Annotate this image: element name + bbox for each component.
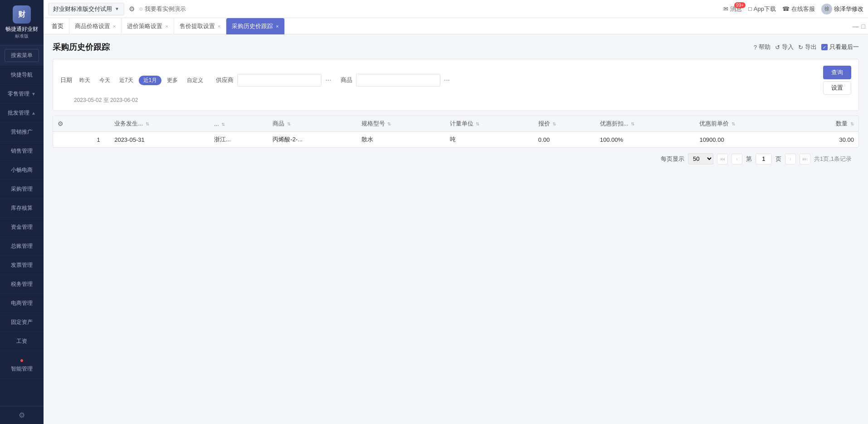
- tab-strategy[interactable]: 进价策略设置 ×: [122, 18, 174, 34]
- date-btn-more[interactable]: 更多: [163, 76, 181, 85]
- date-btn-1month[interactable]: 近1月: [139, 76, 162, 85]
- product-selector[interactable]: 好业财标准版交付试用 ▼: [48, 3, 124, 15]
- cell-before-price: 10900.00: [695, 132, 797, 148]
- filter-settings-button[interactable]: 设置: [823, 81, 851, 95]
- chevron-down-icon: ▼: [115, 6, 119, 11]
- tab-sale-price[interactable]: 售价提取设置 ×: [174, 18, 226, 34]
- page-input[interactable]: [756, 154, 772, 164]
- message-icon: ✉: [723, 5, 728, 12]
- sidebar-item-label: 税务管理: [11, 280, 33, 288]
- table-header-row: ⚙ 业务发生... ⇅ ... ⇅ 商品 ⇅ 规格型号 ⇅ 计量单位 ⇅ 报价 …: [53, 116, 858, 132]
- th-goods[interactable]: 商品 ⇅: [268, 116, 356, 132]
- cell-gear: [53, 132, 87, 148]
- app-download-button[interactable]: □ App下载: [748, 5, 776, 13]
- sidebar-item-assets[interactable]: 固定资产: [0, 313, 44, 332]
- close-icon[interactable]: ×: [218, 24, 220, 29]
- sidebar-item-wholesale[interactable]: 批发管理 ▲: [0, 104, 44, 123]
- close-icon[interactable]: ×: [276, 24, 278, 29]
- tab-price[interactable]: 商品价格设置 ×: [69, 18, 122, 34]
- date-btn-today[interactable]: 今天: [96, 76, 114, 85]
- gear-icon[interactable]: ⚙: [19, 411, 25, 419]
- th-unit[interactable]: 计量单位 ⇅: [445, 116, 534, 132]
- tab-home[interactable]: 首页: [46, 18, 69, 34]
- sidebar-item-smart[interactable]: ● 智能管理: [0, 351, 44, 379]
- per-page-select[interactable]: 50 20 100: [688, 153, 713, 164]
- import-icon: ↺: [775, 44, 780, 51]
- search-menu-button[interactable]: 搜索菜单: [5, 49, 39, 62]
- sidebar-item-ecommerce[interactable]: 电商管理: [0, 294, 44, 313]
- cell-qty: 30.00: [797, 132, 858, 148]
- sidebar-item-label: 工资: [16, 337, 27, 345]
- sidebar-item-invoice[interactable]: 发票管理: [0, 256, 44, 275]
- th-discount[interactable]: 优惠折扣... ⇅: [595, 116, 695, 132]
- sidebar-item-marketing[interactable]: 营销推广: [0, 123, 44, 142]
- online-service-button[interactable]: ☎ 在线客服: [782, 5, 815, 13]
- tabbar: 首页 商品价格设置 × 进价策略设置 × 售价提取设置 × 采购历史价跟踪 × …: [44, 18, 868, 34]
- minimize-icon[interactable]: —: [853, 23, 859, 30]
- import-button[interactable]: ↺ 导入: [775, 43, 794, 51]
- sidebar-item-retail[interactable]: 零售管理 ▼: [0, 85, 44, 104]
- settings-icon[interactable]: ⚙: [129, 5, 135, 13]
- goods-input[interactable]: [356, 74, 440, 87]
- goods-dots[interactable]: ···: [444, 76, 450, 84]
- sidebar-item-label: 采购管理: [11, 185, 33, 193]
- first-page-button[interactable]: ⏮: [717, 154, 728, 164]
- supplier-input[interactable]: [237, 74, 322, 87]
- cell-supplier: 浙江...: [210, 132, 268, 148]
- th-before-price[interactable]: 优惠前单价 ⇅: [695, 116, 797, 132]
- data-table: ⚙ 业务发生... ⇅ ... ⇅ 商品 ⇅ 规格型号 ⇅ 计量单位 ⇅ 报价 …: [53, 116, 858, 147]
- sidebar-item-finance[interactable]: 资金管理: [0, 218, 44, 237]
- sidebar-item-general-ledger[interactable]: 总账管理: [0, 237, 44, 256]
- maximize-icon[interactable]: □: [862, 23, 865, 30]
- query-button[interactable]: 查询: [823, 66, 851, 79]
- sidebar-item-label: 快捷导航: [11, 71, 33, 79]
- th-date[interactable]: 业务发生... ⇅: [110, 116, 210, 132]
- dot-icon: ●: [20, 357, 24, 364]
- tab-history-price-label: 采购历史价跟踪: [232, 22, 273, 30]
- date-buttons: 昨天 今天 近7天 近1月 更多 自定义: [76, 76, 207, 85]
- sidebar-item-sales[interactable]: 销售管理: [0, 142, 44, 161]
- supplier-dots[interactable]: ···: [325, 76, 331, 84]
- sidebar-item-purchase[interactable]: 采购管理: [0, 180, 44, 199]
- sort-icon: ⇅: [221, 122, 225, 127]
- sidebar-item-label: 资金管理: [11, 223, 33, 231]
- messages-button[interactable]: ✉ 消息 99+: [723, 5, 742, 13]
- sidebar-item-inventory[interactable]: 库存核算: [0, 199, 44, 218]
- import-label: 导入: [782, 43, 794, 51]
- date-btn-yesterday[interactable]: 昨天: [76, 76, 94, 85]
- th-extra[interactable]: ... ⇅: [210, 116, 268, 132]
- page-header: 采购历史价跟踪 ? 帮助 ↺ 导入 ↻ 导出 ✓: [53, 42, 859, 53]
- date-range-display: 2023-05-02 至 2023-06-02: [74, 97, 138, 103]
- prev-page-button[interactable]: ‹: [731, 154, 742, 164]
- sidebar-bottom: ⚙: [0, 406, 44, 424]
- sidebar-item-label: 电商管理: [11, 299, 33, 307]
- page-actions: ? 帮助 ↺ 导入 ↻ 导出 ✓ 只看最后一: [754, 43, 859, 51]
- user-menu[interactable]: 徐 徐泽华修改: [821, 4, 863, 14]
- th-spec[interactable]: 规格型号 ⇅: [357, 116, 445, 132]
- tab-history-price[interactable]: 采购历史价跟踪 ×: [226, 18, 284, 34]
- date-btn-custom[interactable]: 自定义: [183, 76, 207, 85]
- th-gear[interactable]: ⚙: [53, 116, 87, 132]
- next-page-button[interactable]: ›: [785, 154, 796, 164]
- export-button[interactable]: ↻ 导出: [798, 43, 817, 51]
- cell-seq: 1: [87, 132, 110, 148]
- close-icon[interactable]: ×: [165, 24, 168, 29]
- sidebar-item-quick-nav[interactable]: 快捷导航: [0, 66, 44, 85]
- th-price[interactable]: 报价 ⇅: [534, 116, 595, 132]
- date-btn-7days[interactable]: 近7天: [116, 76, 137, 85]
- sidebar-item-ecommerce-small[interactable]: 小畅电商: [0, 161, 44, 180]
- page-label: 第: [746, 155, 752, 163]
- demo-icon: ○: [139, 5, 143, 12]
- last-page-button[interactable]: ⏭: [800, 154, 810, 164]
- sidebar-item-label: 营销推广: [11, 128, 33, 136]
- only-last-checkbox[interactable]: ✓ 只看最后一: [821, 43, 859, 51]
- tabbar-right: — □: [853, 23, 865, 30]
- page-total: 共1页,1条记录: [814, 155, 852, 163]
- th-qty[interactable]: 数量 ⇅: [797, 116, 858, 132]
- demo-button[interactable]: ○ 我要看实例演示: [139, 5, 186, 13]
- help-button[interactable]: ? 帮助: [754, 43, 770, 51]
- close-icon[interactable]: ×: [113, 24, 116, 29]
- sidebar-item-tax[interactable]: 税务管理: [0, 275, 44, 294]
- sidebar-item-payroll[interactable]: 工资: [0, 332, 44, 351]
- only-last-label: 只看最后一: [829, 43, 859, 51]
